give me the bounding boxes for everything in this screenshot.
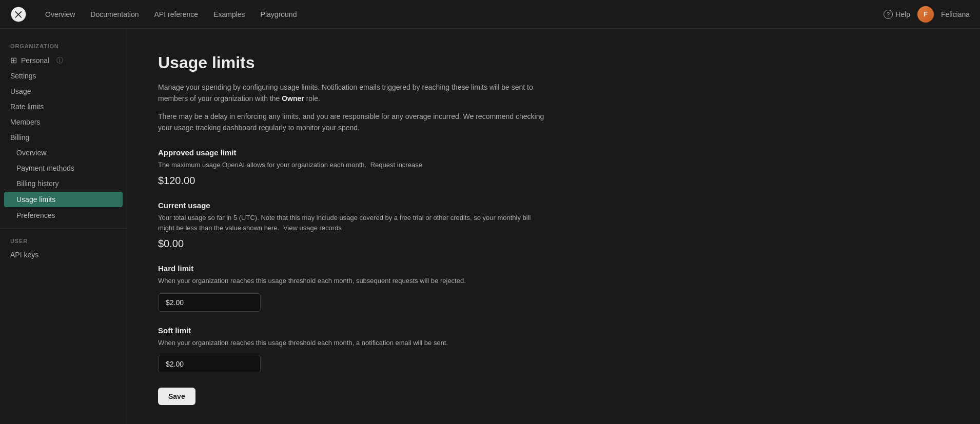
nav-playground[interactable]: Playground bbox=[254, 7, 303, 22]
avatar[interactable]: F bbox=[917, 6, 934, 23]
approved-usage-value: $120.00 bbox=[158, 175, 949, 187]
sidebar-item-billing[interactable]: Billing bbox=[0, 130, 127, 145]
help-button[interactable]: ? Help bbox=[884, 10, 910, 19]
org-section-label: ORGANIZATION bbox=[0, 39, 127, 52]
sidebar-payment-methods[interactable]: Payment methods bbox=[0, 160, 127, 176]
nav-examples[interactable]: Examples bbox=[207, 7, 251, 22]
hard-limit-title: Hard limit bbox=[158, 264, 949, 273]
content-area: Usage limits Manage your spending by con… bbox=[127, 29, 980, 424]
nav-links: Overview Documentation API reference Exa… bbox=[39, 7, 884, 22]
top-nav-right: ? Help F Feliciana bbox=[884, 6, 970, 23]
approved-usage-desc: The maximum usage OpenAI allows for your… bbox=[158, 160, 548, 170]
top-nav: Overview Documentation API reference Exa… bbox=[0, 0, 980, 29]
soft-limit-input[interactable] bbox=[158, 355, 261, 373]
sidebar-item-settings[interactable]: Settings bbox=[0, 68, 127, 84]
sidebar-usage-limits[interactable]: Usage limits bbox=[4, 192, 123, 207]
help-label: Help bbox=[895, 10, 910, 18]
nav-documentation[interactable]: Documentation bbox=[84, 7, 145, 22]
page-title: Usage limits bbox=[158, 53, 949, 72]
sidebar-item-rate-limits[interactable]: Rate limits bbox=[0, 99, 127, 114]
sidebar-billing-overview[interactable]: Overview bbox=[0, 145, 127, 160]
description-2: There may be a delay in enforcing any li… bbox=[158, 111, 548, 134]
description-1: Manage your spending by configuring usag… bbox=[158, 82, 548, 105]
info-icon: ⓘ bbox=[56, 56, 63, 65]
main-layout: ORGANIZATION ⊞ Personal ⓘ Settings Usage… bbox=[0, 29, 980, 424]
sidebar-preferences[interactable]: Preferences bbox=[0, 208, 127, 223]
sidebar-item-members[interactable]: Members bbox=[0, 114, 127, 130]
help-icon: ? bbox=[884, 10, 893, 19]
nav-api-reference[interactable]: API reference bbox=[148, 7, 205, 22]
org-item-label: Personal bbox=[21, 56, 49, 65]
hard-limit-section: Hard limit When your organization reache… bbox=[158, 264, 949, 312]
approved-usage-section: Approved usage limit The maximum usage O… bbox=[158, 148, 949, 187]
hard-limit-desc: When your organization reaches this usag… bbox=[158, 276, 548, 286]
approved-usage-title: Approved usage limit bbox=[158, 148, 949, 157]
nav-overview[interactable]: Overview bbox=[39, 7, 81, 22]
org-icon: ⊞ bbox=[10, 55, 17, 65]
current-usage-section: Current usage Your total usage so far in… bbox=[158, 201, 949, 250]
sidebar-billing-history[interactable]: Billing history bbox=[0, 176, 127, 191]
sidebar-divider bbox=[0, 228, 127, 229]
sidebar: ORGANIZATION ⊞ Personal ⓘ Settings Usage… bbox=[0, 29, 127, 424]
current-usage-title: Current usage bbox=[158, 201, 949, 210]
soft-limit-title: Soft limit bbox=[158, 326, 949, 335]
view-usage-records-link[interactable]: View usage records bbox=[283, 224, 342, 232]
request-increase-link[interactable]: Request increase bbox=[370, 161, 422, 169]
org-item[interactable]: ⊞ Personal ⓘ bbox=[0, 52, 127, 68]
soft-limit-desc: When your organization reaches this usag… bbox=[158, 338, 548, 348]
owner-bold: Owner bbox=[282, 94, 304, 103]
logo[interactable] bbox=[10, 6, 27, 23]
save-button[interactable]: Save bbox=[158, 388, 195, 405]
user-section-label: USER bbox=[0, 234, 127, 247]
current-usage-desc: Your total usage so far in 5 (UTC). Note… bbox=[158, 213, 548, 233]
sidebar-item-usage[interactable]: Usage bbox=[0, 84, 127, 99]
sidebar-item-api-keys[interactable]: API keys bbox=[0, 247, 127, 263]
soft-limit-section: Soft limit When your organization reache… bbox=[158, 326, 949, 374]
username: Feliciana bbox=[941, 10, 970, 18]
current-usage-value: $0.00 bbox=[158, 238, 949, 250]
hard-limit-input[interactable] bbox=[158, 293, 261, 312]
